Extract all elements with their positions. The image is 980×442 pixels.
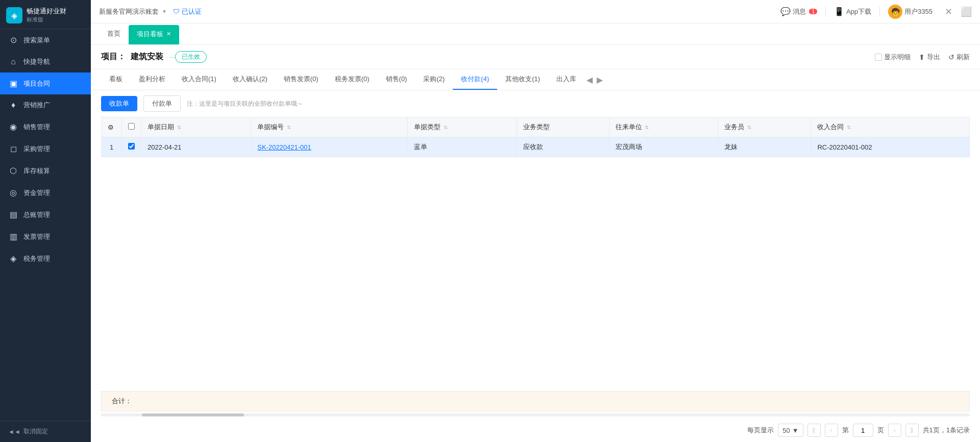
sidebar-label-project: 项目合同 [23,79,50,88]
horizontal-scrollbar[interactable] [91,411,980,419]
subnav-item-receipts[interactable]: 收付款(4) [453,69,497,90]
sub-navigation: 看板盈利分析收入合同(1)收入确认(2)销售发票(0)税务发票(0)销售(0)采… [91,69,980,90]
row-biz-type-0: 应收款 [517,137,609,157]
col-date[interactable]: 单据日期 ⇅ [141,117,251,137]
tab-close-icon[interactable]: ✕ [166,31,171,37]
row-partner-0: 宏茂商场 [609,137,718,157]
receipts-button[interactable]: 收款单 [101,96,137,111]
row-code-0[interactable]: SK-20220421-001 [251,137,408,157]
first-page-button[interactable]: ⟪ [807,424,821,437]
account-name: 新服务官网演示账套 [99,7,159,16]
message-button[interactable]: 💬 消息 1 [780,7,817,16]
shortcut-icon: ⌂ [8,57,18,66]
tab-home[interactable]: 首页 [99,23,129,45]
sidebar-footer-unpin[interactable]: ◄◄ 取消固定 [0,421,91,442]
sidebar-label-tax: 税务管理 [23,254,50,263]
col-partner[interactable]: 往来单位 ⇅ [609,117,718,137]
show-detail-checkbox-box[interactable] [875,54,882,61]
show-detail-checkbox[interactable]: 显示明细 [875,53,911,62]
col-contract[interactable]: 收入合同 ⇅ [811,117,970,137]
certified-badge: 🛡 已认证 [173,7,202,16]
sidebar-item-search[interactable]: ⊙搜索菜单 [0,29,91,51]
sidebar-item-shortcut[interactable]: ⌂快捷导航 [0,51,91,72]
subnav-item-tax-invoice[interactable]: 税务发票(0) [327,69,378,90]
sidebar-label-ledger: 总账管理 [23,210,50,219]
sidebar-item-marketing[interactable]: ♦营销推广 [0,94,91,116]
app-icon: 📱 [834,7,844,16]
export-button[interactable]: ⬆ 导出 [919,53,940,62]
last-page-button[interactable]: ⟫ [905,424,919,437]
app-label: App下载 [846,7,871,16]
sidebar-item-project[interactable]: ▣项目合同 [0,72,91,94]
export-icon: ⬆ [919,53,925,61]
tab-project-board[interactable]: 项目看板 ✕ [129,25,179,44]
refresh-label: 刷新 [957,53,970,62]
scrollbar-thumb[interactable] [142,413,244,416]
page-title: 项目： 建筑安装 [101,52,163,62]
sidebar-label-sales: 销售管理 [23,122,50,132]
logo-subtitle: 标准版 [27,16,66,23]
row-check-0[interactable] [122,137,141,157]
sidebar-item-invoice[interactable]: ▥发票管理 [0,226,91,248]
toolbar: 收款单 付款单 注：这里是与项目关联的全部收付款单哦～ [91,90,980,117]
more-options-icon[interactable]: ··· [169,53,175,61]
subnav-item-board[interactable]: 看板 [101,69,131,90]
subnav-item-purchase[interactable]: 采购(2) [415,69,453,90]
nav-prev-arrow[interactable]: ◀ [584,70,595,90]
main-content: 新服务官网演示账套 ▼ 🛡 已认证 💬 消息 1 📱 App下载 🧒 用 [91,0,980,442]
subnav-item-income-contract[interactable]: 收入合同(1) [174,69,225,90]
page-header: 项目： 建筑安装 ··· 已生效 显示明细 ⬆ 导出 ↺ 刷新 [91,45,980,69]
user-label: 用户3355 [904,7,933,16]
user-menu[interactable]: 🧒 用户3355 [888,5,933,19]
col-salesman[interactable]: 业务员 ⇅ [718,117,811,137]
sort-type-icon: ⇅ [444,125,448,130]
project-name: 建筑安装 [131,52,163,62]
table-row: 1 2022-04-21 SK-20220421-001 蓝单 应收款 宏茂商场… [102,137,970,157]
col-check[interactable] [122,117,141,137]
nav-next-arrow[interactable]: ▶ [595,70,605,90]
subnav-item-other-expense[interactable]: 其他收支(1) [497,69,548,90]
subnav-item-income-confirm[interactable]: 收入确认(2) [225,69,276,90]
window-close-button[interactable]: ✕ [945,6,952,17]
next-page-button[interactable]: › [888,424,901,437]
row-index-0: 1 [102,137,122,157]
subnav-item-sales[interactable]: 销售(0) [378,69,415,90]
col-type[interactable]: 单据类型 ⇅ [408,117,517,137]
prev-page-button[interactable]: ‹ [825,424,838,437]
topbar-divider-1 [825,7,826,17]
sidebar-item-sales[interactable]: ◉销售管理 [0,116,91,138]
window-maximize-button[interactable]: ⬜ [961,6,972,17]
sidebar-item-funds[interactable]: ◎资金管理 [0,182,91,204]
per-page-select[interactable]: 50 ▼ [778,424,803,437]
subnav-item-profit[interactable]: 盈利分析 [131,69,174,90]
sidebar-item-inventory[interactable]: ⬡库存核算 [0,160,91,182]
certified-icon: 🛡 [173,8,180,15]
message-badge: 1 [809,9,817,14]
page-suffix: 页 [877,426,884,435]
refresh-button[interactable]: ↺ 刷新 [948,53,970,62]
page-input[interactable] [853,424,873,437]
sidebar-item-ledger[interactable]: ▤总账管理 [0,204,91,226]
project-icon: ▣ [8,79,18,88]
table-container: ⚙ 单据日期 ⇅ 单据编号 ⇅ 单据类型 ⇅ 业务类型 往来单位 ⇅ 业务员 ⇅… [91,117,980,391]
sidebar-label-invoice: 发票管理 [23,232,50,241]
table-header-row: ⚙ 单据日期 ⇅ 单据编号 ⇅ 单据类型 ⇅ 业务类型 往来单位 ⇅ 业务员 ⇅… [102,117,970,137]
topbar-right: 💬 消息 1 📱 App下载 🧒 用户3355 ✕ ⬜ [780,5,972,19]
subnav-item-inventory[interactable]: 出入库 [548,69,584,90]
col-code[interactable]: 单据编号 ⇅ [251,117,408,137]
message-label: 消息 [793,7,806,16]
sidebar-item-tax[interactable]: ◈税务管理 [0,248,91,269]
app-download-button[interactable]: 📱 App下载 [834,7,871,16]
subnav-item-sales-invoice[interactable]: 销售发票(0) [276,69,327,90]
message-icon: 💬 [780,7,791,16]
account-selector[interactable]: 新服务官网演示账套 ▼ [99,7,167,16]
payments-button[interactable]: 付款单 [143,95,181,112]
col-gear[interactable]: ⚙ [102,117,122,137]
export-label: 导出 [927,53,940,62]
select-all-checkbox[interactable] [128,123,135,130]
show-detail-label: 显示明细 [884,53,911,62]
sidebar-item-purchase[interactable]: ◻采购管理 [0,138,91,160]
table-footer: 合计： [101,391,970,411]
sort-contract-icon: ⇅ [847,125,851,130]
user-avatar: 🧒 [888,5,902,19]
